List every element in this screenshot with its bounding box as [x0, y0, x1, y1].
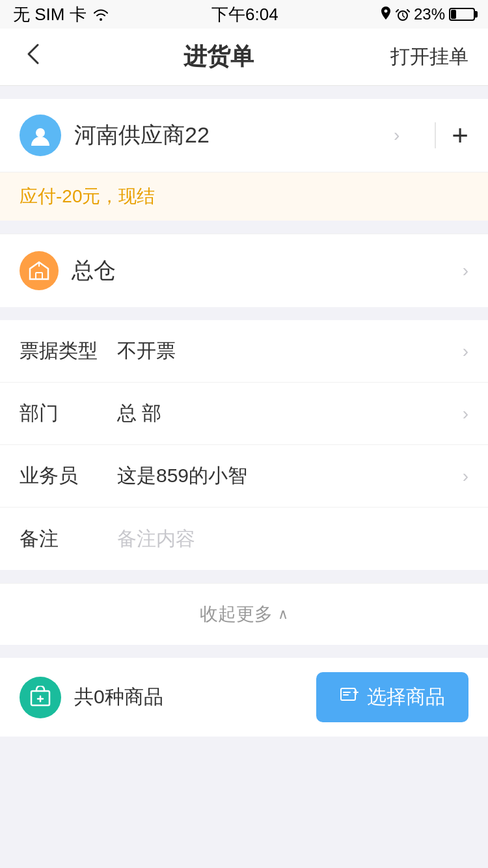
salesman-row[interactable]: 业务员 这是859的小智 › — [0, 445, 488, 508]
notice-text: 应付-20元，现结 — [20, 186, 155, 206]
salesman-label: 业务员 — [20, 463, 104, 489]
salesman-chevron-icon: › — [463, 466, 468, 487]
supplier-section: 河南供应商22 › + 应付-20元，现结 — [0, 99, 488, 221]
collapse-arrow-icon: ∧ — [278, 606, 288, 623]
add-supplier-button[interactable]: + — [452, 121, 468, 150]
svg-rect-2 — [36, 273, 42, 279]
page-title: 进货单 — [183, 41, 254, 73]
invoice-type-row[interactable]: 票据类型 不开票 › — [0, 320, 488, 383]
top-divider — [0, 86, 488, 99]
invoice-type-label: 票据类型 — [20, 338, 104, 364]
notice-banner: 应付-20元，现结 — [0, 172, 488, 221]
status-bar: 无 SIM 卡 下午6:04 23% — [0, 0, 488, 29]
bottom-gray-area — [0, 737, 488, 868]
warehouse-icon-wrap — [20, 251, 59, 290]
dept-label: 部门 — [20, 400, 104, 427]
collapse-row[interactable]: 收起更多 ∧ — [0, 583, 488, 645]
battery-text: 23% — [414, 5, 445, 23]
dept-row[interactable]: 部门 总 部 › — [0, 383, 488, 445]
alarm-icon — [396, 7, 410, 21]
time-display: 下午6:04 — [211, 3, 278, 26]
supplier-divider — [435, 122, 436, 148]
supplier-chevron-icon: › — [394, 125, 400, 146]
nav-bar: 进货单 打开挂单 — [0, 29, 488, 86]
status-left: 无 SIM 卡 — [13, 3, 110, 26]
wifi-icon — [92, 8, 110, 21]
warehouse-section[interactable]: 总仓 › — [0, 234, 488, 307]
warehouse-name: 总仓 — [72, 256, 463, 286]
svg-point-1 — [36, 128, 45, 137]
battery-icon — [449, 8, 475, 21]
warehouse-chevron-icon: › — [463, 260, 468, 281]
remark-row[interactable]: 备注 备注内容 — [0, 508, 488, 570]
select-product-icon — [340, 686, 359, 709]
product-footer: 共0种商品 选择商品 — [0, 658, 488, 737]
open-pending-button[interactable]: 打开挂单 — [390, 44, 468, 70]
supplier-name: 河南供应商22 — [74, 120, 394, 150]
select-product-button[interactable]: 选择商品 — [316, 672, 468, 722]
carrier-text: 无 SIM 卡 — [13, 3, 87, 26]
supplier-row[interactable]: 河南供应商22 › + — [0, 99, 488, 172]
product-icon-wrap — [20, 677, 61, 718]
dept-value: 总 部 — [104, 400, 463, 427]
supplier-avatar — [20, 115, 61, 156]
salesman-value: 这是859的小智 — [104, 463, 463, 489]
invoice-chevron-icon: › — [463, 341, 468, 362]
select-product-label: 选择商品 — [367, 684, 445, 711]
location-icon — [380, 7, 392, 22]
back-button[interactable] — [20, 36, 47, 78]
product-count-text: 共0种商品 — [74, 684, 316, 711]
collapse-label: 收起更多 — [200, 602, 273, 627]
invoice-type-value: 不开票 — [104, 338, 463, 364]
remark-label: 备注 — [20, 526, 104, 552]
remark-input[interactable]: 备注内容 — [104, 526, 468, 552]
dept-chevron-icon: › — [463, 403, 468, 424]
status-right: 23% — [380, 5, 475, 23]
form-section: 票据类型 不开票 › 部门 总 部 › 业务员 这是859的小智 › 备注 备注… — [0, 320, 488, 570]
